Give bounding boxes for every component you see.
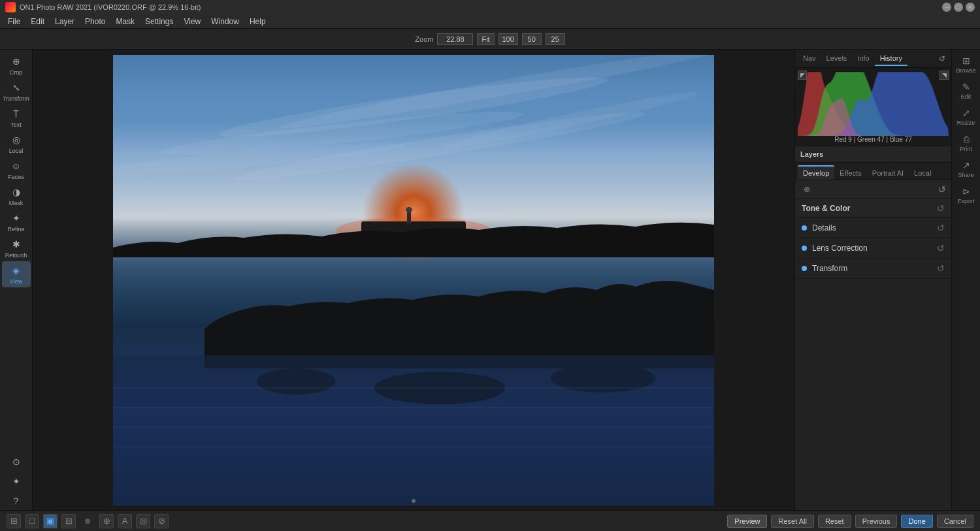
- side-icon-share[interactable]: ↗ Share: [953, 157, 979, 182]
- done-button[interactable]: Done: [901, 515, 932, 528]
- nav-tab-history[interactable]: History: [875, 52, 907, 66]
- tool-faces[interactable]: ☺ Faces: [2, 157, 31, 183]
- menu-item-window[interactable]: Window: [206, 16, 244, 27]
- toolbar: Zoom 22.88 Fit 100 50 25: [0, 29, 980, 50]
- reset-button[interactable]: Reset: [818, 515, 851, 528]
- dev-tab-local[interactable]: Local: [909, 165, 936, 180]
- window-controls[interactable]: ─ □ ✕: [942, 3, 975, 12]
- section-lens-correction[interactable]: Lens Correction ↺: [795, 238, 951, 259]
- canvas-indicator: [412, 499, 416, 503]
- menu-item-file[interactable]: File: [3, 16, 25, 27]
- menu-item-edit[interactable]: Edit: [25, 16, 50, 27]
- crop-icon: ⊕: [10, 55, 23, 68]
- text-icon[interactable]: A: [118, 514, 132, 528]
- section-reset-transform[interactable]: ↺: [937, 263, 945, 274]
- menu-item-photo[interactable]: Photo: [80, 16, 110, 27]
- tool-transform[interactable]: ⤡ Transform: [2, 78, 31, 105]
- tool-crop[interactable]: ⊕ Crop: [2, 52, 31, 78]
- menu-item-mask[interactable]: Mask: [110, 16, 140, 27]
- side-icon-label-export: Export: [957, 198, 974, 204]
- dev-tab-effects[interactable]: Effects: [834, 165, 866, 180]
- view-indicator-1[interactable]: [85, 519, 90, 524]
- grid-view-icon[interactable]: ⊞: [7, 514, 21, 528]
- tool-label-text: Text: [10, 121, 22, 128]
- split-view-icon[interactable]: ⊟: [61, 514, 76, 528]
- panel-reset-icon[interactable]: ↺: [938, 184, 946, 195]
- menu-bar: FileEditLayerPhotoMaskSettingsViewWindow…: [0, 14, 980, 29]
- section-name-lens-correction: Lens Correction: [812, 244, 937, 253]
- histogram-corner-tr[interactable]: ◥: [939, 71, 949, 80]
- zoom-num1[interactable]: 100: [498, 33, 518, 45]
- add-panel-icon[interactable]: ⊕: [800, 183, 813, 196]
- tool-mask[interactable]: ◑ Mask: [2, 183, 31, 209]
- menu-item-help[interactable]: Help: [244, 16, 271, 27]
- tool-label-local: Local: [9, 148, 24, 154]
- nav-tab-info[interactable]: Info: [852, 52, 874, 66]
- side-icon-export[interactable]: ⊳ Export: [953, 183, 979, 208]
- preview-button[interactable]: Preview: [727, 515, 767, 528]
- minimize-button[interactable]: ─: [942, 3, 951, 12]
- nav-tab-levels[interactable]: Levels: [821, 52, 853, 66]
- menu-item-settings[interactable]: Settings: [140, 16, 178, 27]
- section-name-transform: Transform: [812, 264, 937, 273]
- tool-connect[interactable]: ⊙: [2, 453, 31, 471]
- tool-help[interactable]: ?: [2, 492, 31, 510]
- section-details[interactable]: Details ↺: [795, 218, 951, 238]
- section-reset-details[interactable]: ↺: [937, 223, 945, 233]
- zoom-num3[interactable]: 25: [546, 33, 565, 45]
- panel-icons-row: ⊕ ↺: [795, 180, 951, 199]
- mask-icon[interactable]: ⊕: [99, 514, 114, 528]
- dev-tab-develop[interactable]: Develop: [798, 165, 834, 180]
- develop-tabs: DevelopEffectsPortrait AILocal: [795, 163, 951, 180]
- menu-item-view[interactable]: View: [178, 16, 206, 27]
- history-icon[interactable]: ↺: [936, 52, 949, 65]
- view-icon: ◈: [10, 264, 23, 277]
- tool-refine[interactable]: ✦ Refine: [2, 209, 31, 235]
- title-bar: ON1 Photo RAW 2021 (IVOR0220.ORF @ 22.9%…: [0, 0, 980, 14]
- side-icon-resize[interactable]: ⤢ Resize: [953, 105, 979, 129]
- resize-icon: ⤢: [962, 108, 970, 118]
- tool-label-transform: Transform: [3, 95, 29, 102]
- side-icon-edit[interactable]: ✎ Edit: [953, 78, 979, 103]
- text-icon: T: [10, 107, 23, 120]
- section-reset-lens-correction[interactable]: ↺: [937, 243, 945, 253]
- nav-right-icons: ↺: [936, 52, 949, 65]
- compare-view-icon[interactable]: ▣: [43, 514, 57, 528]
- maximize-button[interactable]: □: [954, 3, 963, 12]
- tone-color-reset[interactable]: ↺: [937, 203, 945, 214]
- tool-label-faces: Faces: [8, 174, 24, 180]
- side-icon-browse[interactable]: ⊞ Browse: [953, 52, 979, 77]
- single-view-icon[interactable]: □: [25, 514, 39, 528]
- previous-button[interactable]: Previous: [855, 515, 898, 528]
- close-button[interactable]: ✕: [966, 3, 975, 12]
- side-icon-label-edit: Edit: [961, 93, 972, 100]
- side-icon-print[interactable]: ⎙ Print: [953, 131, 979, 155]
- tool-local[interactable]: ◎ Local: [2, 131, 31, 157]
- menu-item-layer[interactable]: Layer: [50, 16, 80, 27]
- tool-label-retouch: Retouch: [5, 252, 27, 259]
- histogram-corner-tl[interactable]: ◤: [798, 71, 807, 80]
- tool-retouch[interactable]: ✱ Retouch: [2, 235, 31, 261]
- section-dot-transform: [802, 266, 807, 271]
- main-area: ⊕ Crop⤡ TransformT Text◎ Local☺ Faces◑ M…: [0, 50, 980, 510]
- local-icon: ◎: [10, 133, 23, 146]
- tool-sparkle[interactable]: ✦: [2, 472, 31, 491]
- tool-view[interactable]: ◈ View: [2, 261, 31, 287]
- reset-all-button[interactable]: Reset All: [771, 515, 813, 528]
- zoom-num2[interactable]: 50: [522, 33, 542, 45]
- dev-tab-portrait-ai[interactable]: Portrait AI: [867, 165, 909, 180]
- tools-list: ⊕ Crop⤡ TransformT Text◎ Local☺ Faces◑ M…: [2, 52, 31, 287]
- canvas-area[interactable]: [33, 50, 794, 510]
- sections-list: Details ↺ Lens Correction ↺ Transform ↺: [795, 218, 951, 510]
- zoom-input[interactable]: 22.88: [437, 33, 473, 45]
- section-transform[interactable]: Transform ↺: [795, 259, 951, 279]
- nav-tab-nav[interactable]: Nav: [798, 52, 821, 66]
- left-tool-panel: ⊕ Crop⤡ TransformT Text◎ Local☺ Faces◑ M…: [0, 50, 33, 510]
- compare-icon[interactable]: ⊘: [154, 514, 169, 528]
- cancel-button[interactable]: Cancel: [937, 515, 973, 528]
- fit-button[interactable]: Fit: [477, 33, 494, 45]
- tool-text[interactable]: T Text: [2, 105, 31, 131]
- photo-background: [113, 55, 714, 506]
- stamp-icon[interactable]: ◎: [136, 514, 150, 528]
- retouch-icon: ✱: [10, 238, 23, 251]
